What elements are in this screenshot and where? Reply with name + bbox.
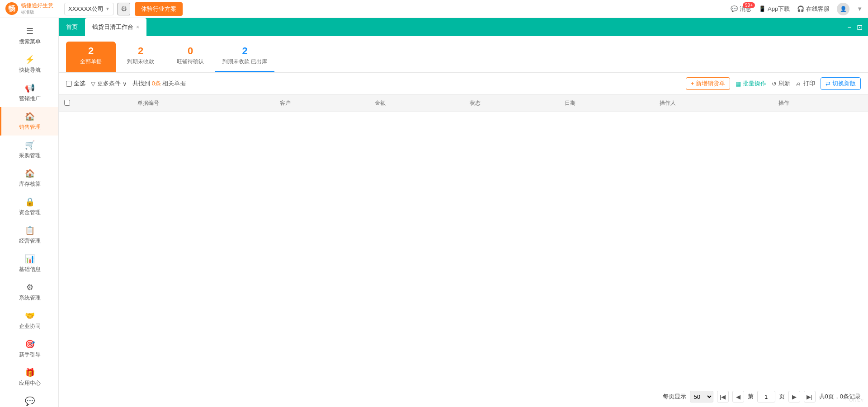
app-download-label: App下载	[768, 5, 790, 13]
top-bar: 畅 畅捷通好生意 标准版 XXXXXX公司 ▼ ⚙ 体验行业方案 💬 消息 99…	[0, 0, 868, 18]
print-label: 打印	[803, 80, 815, 88]
batch-label: 批量操作	[743, 80, 766, 88]
basic-icon: 📊	[25, 254, 35, 264]
workbench-area: 2 全部单据 2 到期未收款 0 旺铺待确认 2 到期未收款 已出库	[59, 36, 868, 407]
sidebar-label: 基础信息	[19, 266, 41, 273]
stat-tab-pending[interactable]: 0 旺铺待确认	[165, 42, 215, 72]
guide-icon: 🎯	[25, 339, 35, 349]
more-filters-button[interactable]: ▽ 更多条件 ∨	[91, 80, 127, 88]
pagination: 每页显示 20 50 100 200 |◀ ◀ 第 页 ▶ ▶| 共0页，0条记…	[59, 386, 868, 407]
sidebar-item-marketing[interactable]: 📢 营销推广	[0, 79, 58, 107]
app-download-button[interactable]: 📱 App下载	[759, 5, 790, 13]
stat-label-shipped: 到期未收款 已出库	[222, 58, 267, 65]
app-name-block: 畅捷通好生意 标准版	[21, 2, 53, 15]
per-page-select[interactable]: 20 50 100 200	[690, 391, 713, 402]
select-all-input[interactable]	[66, 81, 72, 87]
stat-count-shipped: 2	[222, 45, 267, 57]
message-icon: 💬	[731, 5, 738, 12]
found-suffix: 相关单据	[162, 80, 186, 87]
maximize-button[interactable]: ⊡	[857, 23, 863, 32]
stat-tab-shipped[interactable]: 2 到期未收款 已出库	[215, 42, 274, 72]
next-page-button[interactable]: ▶	[788, 391, 800, 402]
page-input[interactable]	[757, 391, 775, 402]
trial-button[interactable]: 体验行业方案	[135, 2, 183, 16]
sidebar-item-operation[interactable]: 📋 经营管理	[0, 221, 58, 249]
total-info: 共0页，0条记录	[819, 393, 861, 401]
sidebar-item-finance[interactable]: 🔒 资金管理	[0, 192, 58, 221]
select-all-checkbox[interactable]: 全选	[66, 80, 85, 88]
app-name: 畅捷通好生意	[21, 2, 53, 9]
sidebar-item-guide[interactable]: 🎯 新手引导	[0, 335, 58, 363]
search-menu-icon: ☰	[26, 26, 33, 36]
sidebar-item-appstore[interactable]: 🎁 应用中心	[0, 363, 58, 392]
sidebar-label: 新手引导	[19, 351, 41, 359]
print-button[interactable]: 🖨 打印	[796, 80, 815, 88]
settings-button[interactable]: ⚙	[118, 3, 130, 15]
appstore-icon: 🎁	[25, 368, 35, 378]
sidebar-label: 库存核算	[19, 180, 41, 188]
sidebar-item-sales[interactable]: 🏠 销售管理	[0, 107, 58, 136]
stat-count-pending: 0	[173, 45, 208, 57]
system-icon: ⚙	[26, 282, 33, 292]
sidebar-item-search[interactable]: ☰ 搜索菜单	[0, 22, 58, 50]
first-page-button[interactable]: |◀	[717, 391, 729, 402]
app-logo: 畅	[5, 2, 18, 15]
sidebar-item-basic[interactable]: 📊 基础信息	[0, 249, 58, 278]
found-count: 0条	[152, 80, 161, 87]
user-menu[interactable]: ▼	[857, 5, 863, 12]
batch-ops-button[interactable]: ▦ 批量操作	[736, 80, 766, 88]
th-customer: 客户	[274, 95, 369, 112]
stat-tab-all[interactable]: 2 全部单据	[66, 42, 116, 72]
minimize-button[interactable]: －	[846, 23, 853, 32]
table-header-row: 单据编号 客户 金额 状态 日期 操作人 操作	[59, 95, 868, 112]
last-page-button[interactable]: ▶|	[804, 391, 816, 402]
sidebar-label: 采购管理	[19, 152, 41, 159]
sidebar-item-purchase[interactable]: 🛒 采购管理	[0, 136, 58, 164]
batch-icon: ▦	[736, 80, 741, 87]
switch-version-button[interactable]: ⇄ 切换新版	[821, 77, 861, 90]
data-table: 单据编号 客户 金额 状态 日期 操作人 操作	[59, 95, 868, 112]
stat-count-overdue: 2	[123, 45, 158, 57]
sidebar-item-system[interactable]: ⚙ 系统管理	[0, 278, 58, 306]
operation-icon: 📋	[25, 225, 35, 235]
stat-label-overdue: 到期未收款	[123, 58, 158, 65]
th-actions: 操作	[773, 95, 868, 112]
tab-workbench[interactable]: 钱货日清工作台 ×	[85, 18, 146, 36]
stat-count-all: 2	[73, 45, 108, 57]
tab-home-label: 首页	[66, 23, 78, 31]
header-checkbox[interactable]	[64, 100, 70, 106]
marketing-icon: 📢	[25, 83, 35, 93]
company-selector[interactable]: XXXXXX公司 ▼	[64, 3, 114, 15]
sidebar-item-quick-nav[interactable]: ⚡ 快捷导航	[0, 50, 58, 79]
avatar[interactable]: 👤	[837, 3, 849, 15]
page-label: 第	[748, 393, 754, 401]
online-service-label: 在线客服	[806, 5, 830, 13]
stat-tab-overdue[interactable]: 2 到期未收款	[116, 42, 165, 72]
filter-icon: ▽	[91, 80, 95, 87]
chevron-down-icon: ▼	[857, 5, 863, 12]
enterprise-icon: 🤝	[25, 311, 35, 321]
online-service-button[interactable]: 🎧 在线客服	[797, 5, 830, 13]
found-text: 共找到 0条 相关单据	[132, 80, 186, 88]
prev-page-button[interactable]: ◀	[732, 391, 744, 402]
finance-icon: 🔒	[25, 197, 35, 207]
th-checkbox	[59, 95, 132, 112]
sidebar-item-enterprise[interactable]: 🤝 企业协同	[0, 306, 58, 335]
tab-home[interactable]: 首页	[59, 18, 85, 36]
th-status: 状态	[464, 95, 559, 112]
sidebar-label: 快捷导航	[19, 66, 41, 74]
top-right-area: 💬 消息 99+ 📱 App下载 🎧 在线客服 👤 ▼	[731, 3, 863, 15]
close-tab-icon[interactable]: ×	[136, 24, 139, 30]
switch-icon: ⇄	[826, 80, 830, 87]
select-all-label: 全选	[74, 80, 85, 88]
message-button[interactable]: 💬 消息 99+	[731, 5, 751, 13]
found-prefix: 共找到	[132, 80, 150, 87]
toolbar: 全选 ▽ 更多条件 ∨ 共找到 0条 相关单据 + 新增销货单 ▦	[59, 73, 868, 95]
sidebar-item-wechat[interactable]: 💬 企业微信	[0, 392, 58, 407]
sidebar-item-inventory[interactable]: 🏠 库存核算	[0, 164, 58, 192]
stats-row: 2 全部单据 2 到期未收款 0 旺铺待确认 2 到期未收款 已出库	[59, 36, 868, 73]
refresh-button[interactable]: ↺ 刷新	[772, 80, 790, 88]
app-edition: 标准版	[21, 9, 53, 15]
new-sale-button[interactable]: + 新增销货单	[686, 77, 730, 90]
sidebar-label: 系统管理	[19, 294, 41, 302]
